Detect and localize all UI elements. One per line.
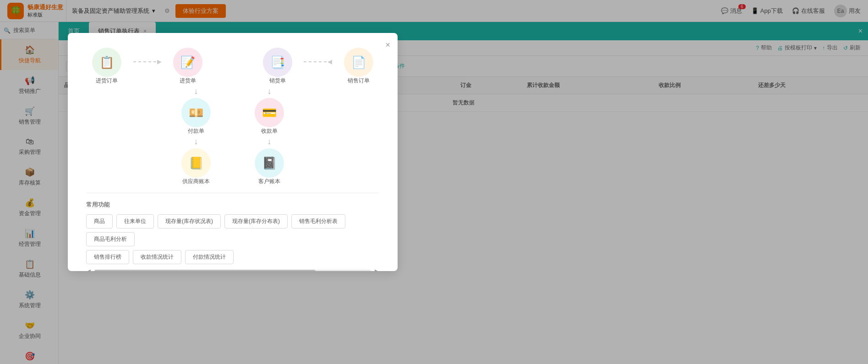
down-arrow-sales: ↓ bbox=[267, 87, 272, 96]
arrow-2: ◀ bbox=[304, 58, 332, 74]
purchase-bill-node: 📝 进货单 bbox=[173, 48, 202, 85]
common-functions-title: 常用功能 bbox=[86, 201, 379, 209]
supplier-account-circle: 📒 bbox=[181, 148, 211, 178]
receipt-bill-label: 收款单 bbox=[261, 127, 278, 135]
common-functions: 常用功能 商品 往来单位 现存量(库存状况表) 现存量(库存分布表) 销售毛利分… bbox=[86, 193, 379, 264]
supplier-account-node: 📒 供应商账本 bbox=[181, 148, 211, 185]
purchase-bill-circle: 📝 bbox=[173, 48, 202, 77]
payment-bill-circle: 💴 bbox=[181, 98, 211, 127]
purchase-order-circle: 📋 bbox=[92, 48, 121, 77]
customer-account-node: 📓 客户账本 bbox=[255, 148, 284, 185]
receipt-bill-node: 💳 收款单 bbox=[255, 98, 284, 135]
modal-close-button[interactable]: × bbox=[385, 40, 390, 50]
customer-account-circle: 📓 bbox=[255, 148, 284, 178]
func-btn-product[interactable]: 商品 bbox=[86, 214, 113, 228]
function-buttons-row2: 销售排行榜 收款情况统计 付款情况统计 bbox=[86, 250, 379, 264]
func-btn-partner[interactable]: 往来单位 bbox=[116, 214, 154, 228]
scroll-thumb bbox=[94, 270, 316, 272]
sales-bill-circle: 📑 bbox=[263, 48, 292, 77]
purchase-bill-label: 进货单 bbox=[180, 77, 196, 85]
supplier-account-label: 供应商账本 bbox=[182, 178, 210, 185]
func-btn-product-profit[interactable]: 商品毛利分析 bbox=[86, 232, 135, 246]
payment-bill-node: 💴 付款单 bbox=[181, 98, 211, 135]
sales-bill-label: 销货单 bbox=[269, 77, 286, 85]
func-btn-sales-rank[interactable]: 销售排行榜 bbox=[86, 250, 129, 264]
flow-modal: × 📋 进货订单 ▶ 📝 进货单 bbox=[68, 33, 398, 271]
func-btn-stock-status[interactable]: 现存量(库存状况表) bbox=[158, 214, 221, 228]
func-btn-payment-stat[interactable]: 付款情况统计 bbox=[185, 250, 234, 264]
sales-bill-node: 📑 销货单 bbox=[263, 48, 292, 85]
scroll-area: ◀ ▶ bbox=[86, 268, 379, 271]
scroll-right-arrow[interactable]: ▶ bbox=[375, 268, 379, 271]
customer-account-label: 客户账本 bbox=[258, 178, 280, 185]
arrow-1: ▶ bbox=[133, 58, 162, 74]
sales-order-circle: 📄 bbox=[344, 48, 373, 77]
func-btn-sales-profit[interactable]: 销售毛利分析表 bbox=[291, 214, 345, 228]
sales-order-node: 📄 销售订单 bbox=[344, 48, 373, 85]
func-btn-stock-dist[interactable]: 现存量(库存分布表) bbox=[224, 214, 288, 228]
payment-bill-label: 付款单 bbox=[188, 127, 204, 135]
down-arrow-receipt: ↓ bbox=[267, 137, 272, 147]
sales-order-label: 销售订单 bbox=[348, 77, 370, 85]
receipt-bill-circle: 💳 bbox=[255, 98, 284, 127]
down-arrow-purchase: ↓ bbox=[194, 87, 198, 96]
scroll-track[interactable] bbox=[94, 270, 371, 272]
func-btn-receipt-stat[interactable]: 收款情况统计 bbox=[133, 250, 181, 264]
modal-overlay[interactable]: × 📋 进货订单 ▶ 📝 进货单 bbox=[0, 0, 868, 364]
function-buttons-row1: 商品 往来单位 现存量(库存状况表) 现存量(库存分布表) 销售毛利分析表 商品… bbox=[86, 214, 379, 246]
down-arrow-payment: ↓ bbox=[194, 137, 198, 147]
purchase-order-label: 进货订单 bbox=[96, 77, 118, 85]
purchase-order-node: 📋 进货订单 bbox=[92, 48, 121, 85]
scroll-left-arrow[interactable]: ◀ bbox=[86, 268, 91, 271]
